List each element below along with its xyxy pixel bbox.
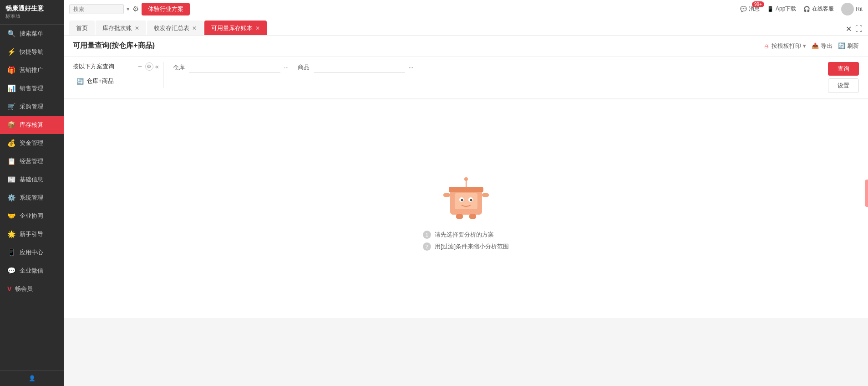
clipboard-icon: 📋 — [7, 157, 16, 165]
money-icon: 💰 — [7, 139, 16, 147]
warehouse-more-btn[interactable]: ··· — [284, 64, 289, 71]
sidebar-item-member[interactable]: V 畅会员 — [0, 280, 64, 298]
tip-text-1: 请先选择要分析的方案 — [435, 231, 494, 239]
star-icon: 🌟 — [7, 230, 16, 238]
print-icon: 🖨 — [764, 42, 770, 49]
cart-icon: 🛒 — [7, 103, 16, 111]
sidebar-item-finance[interactable]: 💰 资金管理 — [0, 134, 64, 152]
refresh-icon: 🔄 — [838, 42, 845, 49]
tab-available[interactable]: 可用量库存账本 ✕ — [204, 21, 267, 35]
scheme-cycle-icon: 🔄 — [76, 78, 84, 85]
filter-area: 按以下方案查询 ＋ ⚙ « 🔄 仓库+商品 仓库 — [64, 57, 868, 99]
sidebar-item-operation[interactable]: 📋 经营管理 — [0, 152, 64, 170]
tab-summary[interactable]: 收发存汇总表 ✕ — [147, 21, 203, 35]
dropdown-icon[interactable]: ▾ — [127, 5, 130, 12]
breadcrumb-area: ▾ ⚙ 体验行业方案 — [69, 3, 736, 15]
tab-summary-label: 收发存汇总表 — [154, 24, 189, 32]
content-area: 可用量查询(按仓库+商品) 🖨 按模板打印 ▾ 📤 导出 🔄 刷新 — [64, 36, 868, 386]
tabs-expand-icon[interactable]: ⛶ — [855, 25, 863, 33]
tab-available-close[interactable]: ✕ — [255, 25, 260, 31]
product-field: 商品 ··· — [298, 62, 413, 73]
tab-home[interactable]: 首页 — [69, 21, 95, 35]
tip-num-2: 2 — [423, 242, 431, 251]
tab-home-label: 首页 — [76, 24, 88, 32]
nav-search-input[interactable] — [69, 4, 124, 14]
app-download-item[interactable]: 📱 App下载 — [767, 5, 796, 13]
sidebar-item-label: 畅会员 — [15, 285, 33, 293]
print-button[interactable]: 🖨 按模板打印 ▾ — [764, 42, 806, 50]
export-button[interactable]: 📤 导出 — [812, 42, 832, 50]
add-scheme-icon[interactable]: ＋ — [137, 62, 143, 71]
svg-rect-10 — [482, 193, 489, 197]
empty-illustration — [439, 167, 493, 221]
sidebar-item-appcenter[interactable]: 📱 应用中心 — [0, 243, 64, 262]
sidebar-bottom: 👤 — [0, 370, 64, 386]
scheme-warehouse-product[interactable]: 🔄 仓库+商品 — [73, 74, 159, 88]
sidebar-item-cooperation[interactable]: 🤝 企业协同 — [0, 207, 64, 225]
refresh-button[interactable]: 🔄 刷新 — [838, 42, 859, 50]
sidebar-item-label: 经营管理 — [20, 157, 43, 165]
trial-button[interactable]: 体验行业方案 — [142, 3, 190, 15]
online-service-item[interactable]: 🎧 在线客服 — [803, 5, 834, 13]
sidebar-bottom-icon: 👤 — [29, 375, 36, 381]
sidebar-item-search[interactable]: 🔍 搜索菜单 — [0, 25, 64, 43]
top-header: ▾ ⚙ 体验行业方案 💬 消息 99+ 📱 App下载 🎧 在线客服 Rit — [64, 0, 868, 18]
tabs-right: ✕ ⛶ — [846, 25, 863, 35]
avatar — [841, 3, 854, 15]
message-badge: 99+ — [752, 1, 764, 7]
sidebar-scroll: 🔍 搜索菜单 ⚡ 快捷导航 🎁 营销推广 📊 销售管理 🛒 采购管理 📦 库存核… — [0, 25, 64, 370]
product-more-btn[interactable]: ··· — [409, 64, 413, 71]
sidebar-item-sales[interactable]: 📊 销售管理 — [0, 79, 64, 98]
sidebar-item-system[interactable]: ⚙️ 系统管理 — [0, 189, 64, 207]
warehouse-input[interactable] — [189, 62, 280, 73]
scheme-label: 按以下方案查询 — [73, 62, 114, 71]
tip-item-2: 2 用[过滤]条件来缩小分析范围 — [423, 242, 509, 251]
sidebar-item-label: 营销推广 — [20, 66, 43, 74]
settings-scheme-icon[interactable]: ⚙ — [145, 62, 153, 71]
product-input[interactable] — [314, 62, 405, 73]
logo-title: 畅康通好生意 — [5, 5, 58, 13]
user-item[interactable]: Rit — [841, 3, 863, 15]
sidebar-logo: 畅康通好生意 标准版 — [0, 0, 64, 25]
refresh-label: 刷新 — [847, 42, 859, 50]
page-actions: 🖨 按模板打印 ▾ 📤 导出 🔄 刷新 — [764, 42, 859, 50]
page-header: 可用量查询(按仓库+商品) 🖨 按模板打印 ▾ 📤 导出 🔄 刷新 — [64, 36, 868, 57]
scheme-panel-header: 按以下方案查询 ＋ ⚙ « — [73, 62, 159, 71]
tabs-close-icon[interactable]: ✕ — [846, 25, 852, 33]
message-item[interactable]: 💬 消息 99+ — [740, 5, 760, 13]
right-scroll-handle[interactable] — [865, 180, 868, 207]
sidebar-item-newguide[interactable]: 🌟 新手引导 — [0, 225, 64, 243]
query-buttons: 查询 设置 — [828, 62, 859, 93]
tab-batch[interactable]: 库存批次账 ✕ — [96, 21, 146, 35]
headset-icon: 🎧 — [803, 6, 810, 12]
tip-item-1: 1 请先选择要分析的方案 — [423, 231, 509, 239]
tab-batch-close[interactable]: ✕ — [135, 25, 139, 31]
tab-summary-close[interactable]: ✕ — [192, 25, 197, 31]
settings-icon[interactable]: ⚙ — [132, 5, 139, 13]
sidebar-item-label: 快捷导航 — [20, 48, 43, 56]
handshake-icon: 🤝 — [7, 212, 16, 220]
svg-rect-1 — [449, 187, 483, 192]
online-service-label: 在线客服 — [812, 5, 834, 13]
collapse-scheme-icon[interactable]: « — [155, 62, 159, 70]
sidebar-item-shortcut[interactable]: ⚡ 快捷导航 — [0, 43, 64, 61]
sidebar-item-inventory[interactable]: 📦 库存核算 — [0, 116, 64, 134]
query-button[interactable]: 查询 — [828, 62, 859, 76]
tip-num-1: 1 — [423, 231, 431, 239]
empty-tips: 1 请先选择要分析的方案 2 用[过滤]条件来缩小分析范围 — [423, 231, 509, 251]
sidebar-item-wechat[interactable]: 💬 企业微信 — [0, 262, 64, 280]
empty-state: 1 请先选择要分析的方案 2 用[过滤]条件来缩小分析范围 — [64, 99, 868, 318]
export-label: 导出 — [821, 42, 832, 50]
sidebar-item-label: 库存核算 — [20, 121, 43, 129]
sidebar-item-marketing[interactable]: 🎁 营销推广 — [0, 61, 64, 79]
settings-button[interactable]: 设置 — [828, 78, 859, 93]
tab-available-label: 可用量库存账本 — [211, 24, 253, 32]
sidebar-item-purchase[interactable]: 🛒 采购管理 — [0, 98, 64, 116]
sidebar-item-basic[interactable]: 📰 基础信息 — [0, 170, 64, 189]
svg-rect-12 — [469, 214, 476, 219]
page-title: 可用量查询(按仓库+商品) — [73, 41, 155, 51]
svg-point-5 — [461, 199, 463, 201]
print-label: 按模板打印 — [772, 42, 801, 50]
filter-fields: 仓库 ··· 商品 ··· — [164, 62, 821, 73]
user-name: Rit — [856, 6, 863, 12]
